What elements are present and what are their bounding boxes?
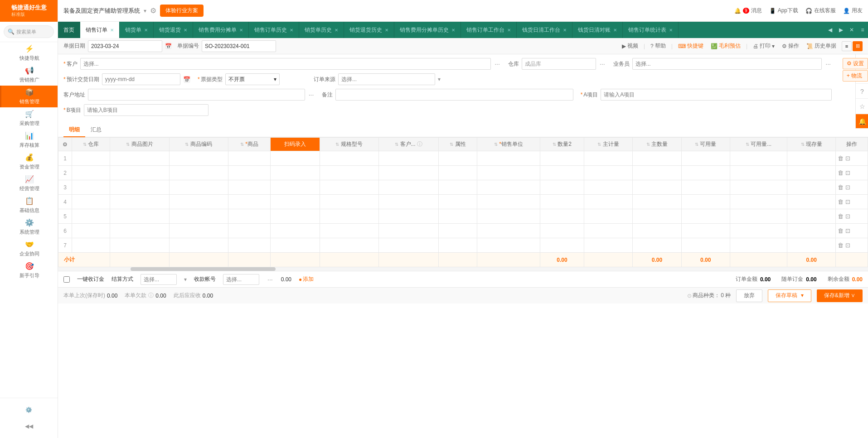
sidebar-item-system[interactable]: ⚙️ 系统管理 (0, 216, 58, 238)
tab-close-icon[interactable]: ✕ (507, 28, 511, 33)
row-attribute[interactable] (439, 238, 477, 253)
date-input[interactable] (88, 40, 162, 52)
row-delete-icon[interactable]: 🗑 (838, 213, 844, 220)
row-main-qty[interactable] (633, 209, 681, 224)
row-warehouse[interactable] (72, 166, 110, 180)
row-product[interactable] (228, 238, 270, 253)
row-spec[interactable] (320, 166, 378, 180)
delivery-date-input[interactable] (102, 73, 180, 85)
address-input[interactable] (88, 89, 305, 101)
row-code[interactable] (169, 224, 228, 238)
tab-home[interactable]: 首页 (58, 22, 80, 38)
row-copy-icon[interactable]: ⊡ (845, 169, 850, 176)
tab-expense-history[interactable]: 销售费用分摊单历史 ✕ (394, 22, 461, 38)
save-new-btn[interactable]: 保存&新增 ∨ (817, 289, 863, 302)
sidebar-item-base[interactable]: 📋 基础信息 (0, 194, 58, 216)
row-copy-icon[interactable]: ⊡ (845, 213, 850, 220)
tab-sales-order-history[interactable]: 销售订单历史 ✕ (249, 22, 299, 38)
print-btn[interactable]: 🖨 打印 ▾ (751, 41, 776, 51)
account-expand-icon[interactable]: ··· (267, 276, 274, 283)
gear-icon[interactable]: ⚙ (63, 141, 68, 148)
row-customer-code[interactable] (378, 209, 439, 224)
order-source-input[interactable] (338, 73, 435, 85)
row-unit[interactable] (477, 224, 540, 238)
sidebar-collapse-btn[interactable]: ◀◀ (0, 418, 58, 434)
row-code[interactable] (169, 166, 228, 180)
row-product[interactable] (228, 195, 270, 209)
row-spec[interactable] (320, 195, 378, 209)
sidebar-item-purchase[interactable]: 🛒 采购管理 (0, 107, 58, 129)
tab-cash-reconcile[interactable]: 钱货日清对账 ✕ (572, 22, 623, 38)
row-delete-icon[interactable]: 🗑 (838, 169, 844, 176)
tab-close-icon[interactable]: ✕ (335, 28, 338, 33)
row-qty2[interactable] (540, 180, 584, 195)
docnum-input[interactable] (202, 40, 276, 52)
row-main-qty[interactable] (633, 166, 681, 180)
sidebar-item-quicknav[interactable]: ⚡ 快捷导航 (0, 42, 58, 64)
tab-sales-order[interactable]: 销售订单 ✕ (80, 22, 120, 38)
tab-sales-stats[interactable]: 销售订单统计表 ✕ (623, 22, 679, 38)
row-qty2[interactable] (540, 166, 584, 180)
tab-sales-bill[interactable]: 销货单 ✕ (120, 22, 154, 38)
row-unit[interactable] (477, 151, 540, 166)
row-product[interactable] (228, 166, 270, 180)
help-btn[interactable]: ? 帮助 (649, 41, 668, 51)
right-panel-item-4[interactable]: ☆ (856, 99, 868, 114)
tab-close-icon[interactable]: ✕ (184, 28, 187, 33)
view-btn[interactable]: ▶ 视频 (620, 41, 640, 51)
row-customer-code[interactable] (378, 151, 439, 166)
row-copy-icon[interactable]: ⊡ (845, 184, 850, 191)
row-customer-code[interactable] (378, 166, 439, 180)
salesperson-expand-icon[interactable]: ··· (824, 60, 832, 67)
address-expand-icon[interactable]: ··· (308, 91, 315, 98)
row-delete-icon[interactable]: 🗑 (838, 184, 844, 191)
warehouse-expand-icon[interactable]: ··· (599, 60, 606, 67)
row-unit[interactable] (477, 180, 540, 195)
row-copy-icon[interactable]: ⊡ (845, 242, 850, 249)
row-main-qty[interactable] (633, 238, 681, 253)
row-qty2[interactable] (540, 151, 584, 166)
tab-close-icon[interactable]: ✕ (669, 28, 673, 33)
row-copy-icon[interactable]: ⊡ (845, 155, 850, 162)
row-warehouse[interactable] (72, 180, 110, 195)
sidebar-item-inventory[interactable]: 📊 库存核算 (0, 129, 58, 151)
row-code[interactable] (169, 151, 228, 166)
tab-close-all-btn[interactable]: ✕ (846, 22, 857, 38)
row-code[interactable] (169, 180, 228, 195)
invoice-type-select[interactable]: 不开票 ▾ (225, 73, 280, 85)
tab-sales-expense[interactable]: 销售费用分摊单 ✕ (193, 22, 249, 38)
customer-input[interactable] (80, 58, 491, 70)
row-delete-icon[interactable]: 🗑 (838, 242, 844, 249)
discard-btn[interactable]: 放弃 (736, 289, 762, 302)
row-main-qty[interactable] (633, 180, 681, 195)
row-qty2[interactable] (540, 238, 584, 253)
row-attribute[interactable] (439, 151, 477, 166)
horizontal-scrollbar[interactable] (58, 267, 868, 271)
warehouse-input[interactable] (522, 58, 596, 70)
grid-view-btn[interactable]: ⊞ (853, 41, 863, 51)
row-customer-code[interactable] (378, 195, 439, 209)
form-add-btn[interactable]: + 物流 (843, 70, 868, 82)
row-attribute[interactable] (439, 195, 477, 209)
right-panel-item-3[interactable]: ? (856, 84, 868, 99)
form-settings-btn[interactable]: ⚙ 设置 (843, 58, 868, 69)
row-unit[interactable] (477, 195, 540, 209)
tab-sales-return[interactable]: 销货退货 ✕ (154, 22, 193, 38)
sidebar-settings-btn[interactable]: ⚙️ (0, 402, 58, 418)
tab-close-icon[interactable]: ✕ (239, 28, 243, 33)
app-download-btn[interactable]: 📱 App下载 (769, 7, 798, 14)
sidebar-item-finance[interactable]: 💰 资金管理 (0, 151, 58, 173)
tab-close-icon[interactable]: ✕ (613, 28, 617, 33)
row-spec[interactable] (320, 224, 378, 238)
row-attribute[interactable] (439, 224, 477, 238)
tab-next-btn[interactable]: ▶ (835, 22, 846, 38)
one-click-checkbox[interactable] (63, 276, 70, 283)
row-delete-icon[interactable]: 🗑 (838, 227, 844, 234)
list-view-btn[interactable]: ≡ (842, 41, 852, 51)
row-copy-icon[interactable]: ⊡ (845, 198, 850, 205)
row-unit[interactable] (477, 209, 540, 224)
detail-tab-detail[interactable]: 明细 (63, 123, 85, 137)
delivery-cal-icon[interactable]: 📅 (183, 76, 190, 83)
row-code[interactable] (169, 195, 228, 209)
row-warehouse[interactable] (72, 224, 110, 238)
